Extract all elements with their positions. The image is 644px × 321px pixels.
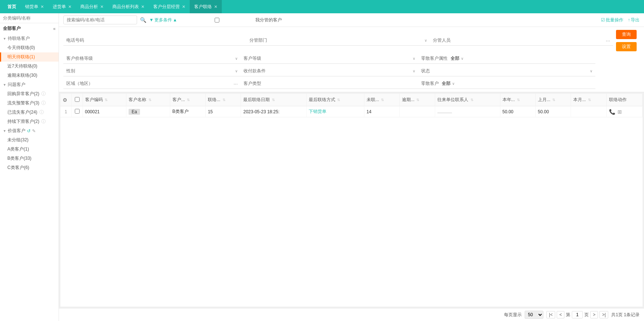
data-table: ⚙ 客户编码 ⇅ 客户名称 ⇅ [60,94,643,117]
col-header-uncontacted[interactable]: 未联... ⇅ [364,94,399,106]
col-header-overdue[interactable]: 逾期... ⇅ [400,94,435,106]
refresh-icon[interactable]: ↺ [27,128,31,134]
sidebar-item-class-a[interactable]: A类客户(1) [0,145,59,154]
retail-attr-dropdown-icon[interactable]: ∨ [461,56,463,61]
grade-input[interactable] [96,56,234,61]
manager-input[interactable] [454,38,606,43]
nav-item-customer-segment[interactable]: 客户分层经营 ✕ [149,0,190,13]
action-buttons: 查询 设置 [613,30,640,51]
level-input[interactable] [264,56,411,61]
next-page-button[interactable]: > [590,311,598,318]
sidebar-item-ungrouped[interactable]: 未分组(32) [0,135,59,145]
close-icon[interactable]: ✕ [100,4,104,9]
search-input[interactable] [63,15,137,24]
payment-input[interactable] [269,69,411,74]
dept-input[interactable] [270,38,423,43]
last-page-button[interactable]: >| [599,311,608,318]
export-button[interactable]: ↑ 导出 [628,17,640,23]
sidebar-item-overdue[interactable]: 逾期未联络(30) [0,71,59,80]
per-page-select[interactable]: 50 100 200 [525,311,543,319]
select-all-checkbox[interactable] [75,97,80,102]
grade-dropdown-icon[interactable]: ∨ [235,56,238,61]
payment-dropdown-icon[interactable]: ∨ [413,69,415,73]
phone-action-icon[interactable]: 📞 [609,109,615,115]
sidebar-search-input[interactable] [3,15,58,21]
col-header-code[interactable]: 客户编码 ⇅ [83,94,126,106]
sidebar-item-repurchase[interactable]: 回购异常客户(2) ⓘ [0,89,59,99]
col-header-contact-person[interactable]: 往来单位联系人 ⇅ [435,94,500,106]
area-input[interactable] [96,81,234,86]
col-label-overdue: 逾期... [402,97,414,102]
nav-item-purchase[interactable]: 进货单 ✕ [48,0,76,13]
gender-dropdown-icon[interactable]: ∨ [235,69,238,73]
phone-input[interactable] [87,38,244,43]
col-header-type[interactable]: 客户... ⇅ [170,94,205,106]
my-customers-checkbox[interactable] [180,18,254,23]
col-header-last-method[interactable]: 最后联络方式 ⇅ [306,94,364,106]
col-header-checkbox[interactable] [71,94,83,106]
col-header-gear[interactable]: ⚙ [60,94,71,106]
dept-dropdown-icon[interactable]: ∨ [424,38,427,42]
status-dropdown-icon[interactable]: ∨ [590,69,592,73]
close-icon[interactable]: ✕ [141,4,144,9]
sidebar-item-today[interactable]: 今天待联络(0) [0,43,59,52]
churned-label: 已流失客户(24) [7,110,37,115]
area-more-icon[interactable]: ··· [234,81,238,87]
nav-item-sales[interactable]: 销货单 ✕ [21,0,48,13]
retail-customer-dropdown-icon[interactable]: ∨ [452,82,455,86]
close-icon[interactable]: ✕ [182,4,185,9]
sort-icon-last-method: ⇅ [337,98,340,102]
nav-item-home[interactable]: 首页 [3,0,21,13]
sidebar-item-churned[interactable]: 已流失客户(24) ⓘ [0,108,59,117]
batch-ops-button[interactable]: ☑ 批量操作 [601,17,623,23]
col-header-contact[interactable]: 联络... ⇅ [206,94,241,106]
sidebar-item-class-b[interactable]: B类客户(33) [0,154,59,163]
nav-item-analysis[interactable]: 商品分析 ✕ [76,0,108,13]
sidebar-item-class-c[interactable]: C类客户(6) [0,163,59,172]
customer-type-input[interactable] [264,81,415,86]
manager-more-icon[interactable]: ··· [606,38,610,44]
more-conditions-button[interactable]: ▼ 更多条件 ▲ [149,17,177,23]
grid-action-icon[interactable]: ⊞ [617,109,622,115]
nav-item-customer-contact[interactable]: 客户联络 ✕ [190,0,222,13]
grade-filter: 客户价格等级 ∨ [63,54,241,64]
my-customers-checkbox-container[interactable]: 我分管的客户 [180,17,282,23]
sidebar-item-churn-warn[interactable]: 流失预警客户(3) ⓘ [0,99,59,108]
query-button[interactable]: 查询 [616,30,637,39]
collapse-icon[interactable]: « [53,26,56,31]
sidebar-item-declining[interactable]: 持续下滑客户(2) ⓘ [0,117,59,126]
cell-checkbox[interactable] [71,106,83,117]
gender-input[interactable] [78,69,234,74]
nav-item-analysis-list[interactable]: 商品分析列表 ✕ [108,0,149,13]
last-method-link[interactable]: 下销货单 [309,109,326,114]
first-page-button[interactable]: |< [546,311,555,318]
page-input[interactable] [572,311,583,318]
col-header-last-month[interactable]: 上月... ⇅ [535,94,571,106]
set-button[interactable]: 设置 [616,42,637,51]
cell-code: 000021 [83,106,126,117]
page-label: 第 [566,312,570,318]
all-customers-label[interactable]: 全部客户 « [0,23,59,34]
settings-gear-icon[interactable]: ⚙ [63,97,67,103]
toolbar: 🔍 ▼ 更多条件 ▲ 我分管的客户 ☑ 批量操作 ↑ 导出 [59,13,644,27]
sidebar-item-tomorrow[interactable]: 明天待联络(1) [0,52,59,62]
sidebar-item-week[interactable]: 近7天待联络(0) [0,62,59,71]
cell-last-method[interactable]: 下销货单 [306,106,364,117]
cell-last-month: 50.00 [535,106,571,117]
problem-group-label: 问题客户 [0,80,59,89]
level-label: 客户等级 [244,55,261,62]
col-header-this-year[interactable]: 本年... ⇅ [500,94,535,106]
search-button[interactable]: 🔍 [140,17,146,23]
col-header-last-date[interactable]: 最后联络日期 ⇅ [241,94,306,106]
col-header-name[interactable]: 客户名称 ⇅ [126,94,170,106]
level-dropdown-icon[interactable]: ∨ [413,56,415,61]
prev-page-button[interactable]: < [557,311,564,318]
col-label-contact-person: 往来单位联系人 [437,97,468,102]
close-icon[interactable]: ✕ [41,4,44,9]
edit-icon[interactable]: ✎ [32,128,36,134]
close-icon[interactable]: ✕ [214,4,217,9]
col-header-this-month[interactable]: 本月... ⇅ [571,94,606,106]
row-checkbox[interactable] [75,109,80,114]
close-icon[interactable]: ✕ [68,4,71,9]
status-input[interactable] [433,69,588,74]
